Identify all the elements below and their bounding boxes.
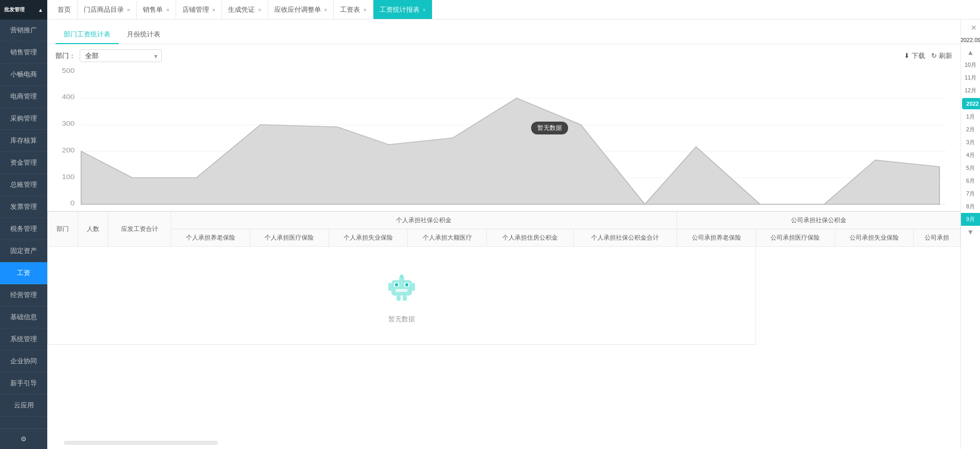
main-area: 首页门店商品目录×销售单×店铺管理×生成凭证×应收应付调整单×工资表×工资统计报… <box>47 0 980 449</box>
tab-close-icon[interactable]: × <box>127 7 130 13</box>
panel-down-arrow[interactable]: ▼ <box>965 226 976 238</box>
tab-label: 生成凭证 <box>228 5 255 14</box>
tab-首页[interactable]: 首页 <box>51 0 78 19</box>
sidebar-item-云应用[interactable]: 云应用 <box>0 395 47 417</box>
sidebar-header[interactable]: 批发管理 ▲ <box>0 0 47 19</box>
sidebar-item-企业协同[interactable]: 企业协同 <box>0 350 47 373</box>
tab-close-icon[interactable]: × <box>166 7 169 13</box>
tab-应收应付调整单[interactable]: 应收应付调整单× <box>268 0 334 19</box>
download-button[interactable]: ⬇ 下载 <box>904 51 925 61</box>
month-item-4月[interactable]: 4月 <box>960 149 980 162</box>
gear-icon: ⚙ <box>21 435 27 443</box>
dept-select[interactable]: 全部 <box>80 49 162 62</box>
refresh-label: 刷新 <box>939 51 952 61</box>
sidebar-item-小畅电商[interactable]: 小畅电商 <box>0 64 47 86</box>
sidebar-item-税务管理[interactable]: 税务管理 <box>0 218 47 240</box>
tab-close-icon[interactable]: × <box>258 7 261 13</box>
month-item-2月[interactable]: 2月 <box>960 123 980 136</box>
month-item-12月[interactable]: 12月 <box>960 84 980 97</box>
sidebar-item-销售管理[interactable]: 销售管理 <box>0 42 47 64</box>
chart-svg: 0 100 200 300 400 500 <box>55 67 952 211</box>
svg-rect-14 <box>395 289 408 292</box>
th-salary: 应发工资合计 <box>108 212 171 247</box>
tab-label: 首页 <box>58 5 71 14</box>
panel-close-button[interactable]: ✕ <box>969 22 979 34</box>
month-list: 10月11月12月20221月2月3月4月5月6月7月8月9月 <box>960 58 980 226</box>
th-personal-housing: 个人承担住房公积金 <box>486 229 573 247</box>
scrollbar-area[interactable] <box>47 437 960 449</box>
tab-工资表[interactable]: 工资表× <box>334 0 373 19</box>
tab-label: 门店商品目录 <box>84 5 124 14</box>
month-item-6月[interactable]: 6月 <box>960 174 980 187</box>
tab-工资统计报表[interactable]: 工资统计报表× <box>373 0 432 19</box>
tab-close-icon[interactable]: × <box>324 7 327 13</box>
svg-rect-11 <box>391 280 412 296</box>
sidebar-title: 批发管理 <box>4 6 25 13</box>
th-personal-unemployment: 个人承担失业保险 <box>329 229 408 247</box>
th-company-other: 公司承担 <box>914 229 960 247</box>
th-personal-medical: 个人承担医疗保险 <box>250 229 329 247</box>
table-area[interactable]: 部门 人数 应发工资合计 个人承担社保公积金 公司承担社保公积金 个人承担养老保… <box>47 211 960 437</box>
tab-销售单[interactable]: 销售单× <box>137 0 176 19</box>
empty-text: 暂无数据 <box>388 315 415 324</box>
month-item-9月[interactable]: 9月 <box>960 213 980 226</box>
svg-text:100: 100 <box>62 173 74 181</box>
sidebar-item-资金管理[interactable]: 资金管理 <box>0 152 47 174</box>
settings-button[interactable]: ⚙ <box>0 428 47 449</box>
svg-rect-15 <box>388 283 391 291</box>
tab-label: 工资统计报表 <box>380 5 420 14</box>
month-item-5月[interactable]: 5月 <box>960 162 980 174</box>
tab-close-icon[interactable]: × <box>212 7 215 13</box>
sidebar: 批发管理 ▲ 营销推广销售管理小畅电商电商管理采购管理库存核算资金管理总账管理发… <box>0 0 47 449</box>
horizontal-scrollbar[interactable] <box>64 441 218 445</box>
refresh-icon: ↻ <box>931 52 937 60</box>
th-company-group: 公司承担社保公积金 <box>677 212 960 229</box>
svg-rect-18 <box>403 296 407 301</box>
tooltip-text: 暂无数据 <box>537 124 562 131</box>
sub-tab-月份统计表[interactable]: 月份统计表 <box>119 26 168 44</box>
data-table: 部门 人数 应发工资合计 个人承担社保公积金 公司承担社保公积金 个人承担养老保… <box>47 211 960 345</box>
tab-店铺管理[interactable]: 店铺管理× <box>176 0 222 19</box>
sidebar-item-库存核算[interactable]: 库存核算 <box>0 130 47 152</box>
tab-label: 应收应付调整单 <box>274 5 321 14</box>
sidebar-toggle-icon: ▲ <box>38 7 43 13</box>
month-item-8月[interactable]: 8月 <box>960 200 980 213</box>
tabs-bar: 首页门店商品目录×销售单×店铺管理×生成凭证×应收应付调整单×工资表×工资统计报… <box>47 0 980 19</box>
sidebar-item-新手引导[interactable]: 新手引导 <box>0 373 47 395</box>
tab-close-icon[interactable]: × <box>423 7 426 13</box>
month-item-10月[interactable]: 10月 <box>960 58 980 71</box>
svg-text:500: 500 <box>62 67 74 74</box>
svg-text:300: 300 <box>62 120 74 127</box>
month-item-3月[interactable]: 3月 <box>960 136 980 149</box>
sidebar-item-基础信息[interactable]: 基础信息 <box>0 306 47 328</box>
th-personal-group: 个人承担社保公积金 <box>171 212 677 229</box>
tab-生成凭证[interactable]: 生成凭证× <box>222 0 268 19</box>
toolbar-left: 部门： 全部 <box>55 49 162 62</box>
content-wrapper: 部门工资统计表月份统计表 部门： 全部 ⬇ 下载 <box>47 19 980 449</box>
tab-门店商品目录[interactable]: 门店商品目录× <box>78 0 137 19</box>
sidebar-item-工资[interactable]: 工资 <box>0 262 47 284</box>
empty-state: 暂无数据 <box>48 247 756 344</box>
month-item-1月[interactable]: 1月 <box>960 110 980 123</box>
table-row: 暂无数据 <box>48 247 960 345</box>
sidebar-item-发票管理[interactable]: 发票管理 <box>0 196 47 218</box>
month-item-2022[interactable]: 2022 <box>962 98 980 109</box>
sidebar-item-经营管理[interactable]: 经营管理 <box>0 284 47 306</box>
sidebar-item-固定资产[interactable]: 固定资产 <box>0 240 47 262</box>
month-item-11月[interactable]: 11月 <box>960 71 980 84</box>
refresh-button[interactable]: ↻ 刷新 <box>931 51 952 61</box>
tab-close-icon[interactable]: × <box>363 7 366 13</box>
svg-rect-16 <box>412 283 415 291</box>
chart-tooltip: 暂无数据 <box>531 122 568 134</box>
sidebar-item-总账管理[interactable]: 总账管理 <box>0 174 47 196</box>
sidebar-item-系统管理[interactable]: 系统管理 <box>0 328 47 350</box>
sidebar-item-电商管理[interactable]: 电商管理 <box>0 86 47 108</box>
month-item-7月[interactable]: 7月 <box>960 187 980 200</box>
download-icon: ⬇ <box>904 52 910 60</box>
panel-up-arrow[interactable]: ▲ <box>965 46 976 58</box>
sidebar-item-营销推广[interactable]: 营销推广 <box>0 19 47 42</box>
th-personal-pension: 个人承担养老保险 <box>171 229 250 247</box>
sidebar-item-采购管理[interactable]: 采购管理 <box>0 108 47 130</box>
dept-label: 部门： <box>55 51 76 61</box>
sub-tab-部门工资统计表[interactable]: 部门工资统计表 <box>55 26 119 44</box>
